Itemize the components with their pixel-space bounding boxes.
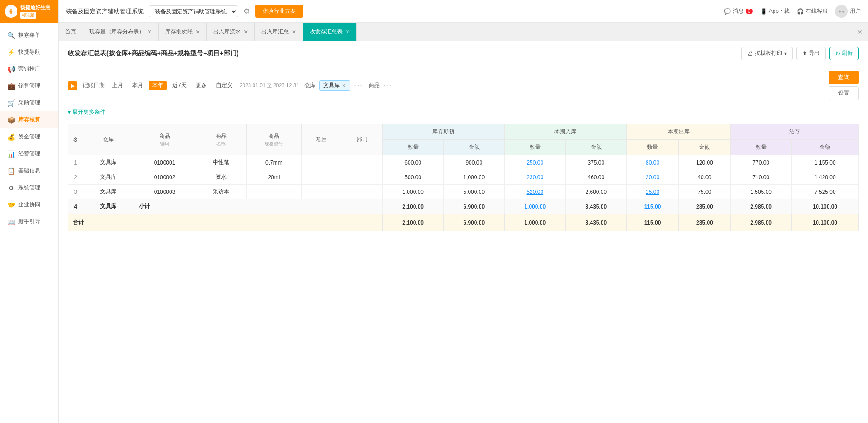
expand-conditions-button[interactable]: ▾ 展开更多条件 (68, 108, 105, 116)
sidebar-item-4[interactable]: 🛒采购管理 (0, 94, 58, 111)
row-in-amt: 460.00 (565, 170, 626, 185)
date-options: 上月 本月 本年 近7天 更多 自定义 (108, 81, 236, 90)
system-select[interactable]: 装备及固定资产辅助管理系统 (149, 5, 238, 17)
row-in-qty[interactable]: 520.00 (504, 185, 565, 199)
row-out-qty[interactable]: 15.00 (626, 185, 678, 199)
row-project (301, 170, 342, 185)
date-filter-group: 记账日期 上月 本月 本年 近7天 更多 自定义 2023-01-01 至 20… (83, 81, 299, 90)
col-balance-amt-header: 金额 (791, 140, 858, 155)
row-out-qty[interactable]: 80.00 (626, 155, 678, 170)
subtotal-warehouse: 文具库 (83, 199, 134, 214)
col-project-header: 项目 (301, 124, 342, 155)
subtotal-out-qty[interactable]: 115.00 (626, 199, 678, 214)
date-btn-more[interactable]: 更多 (192, 81, 210, 90)
goods-more-dots[interactable]: ··· (383, 82, 392, 90)
sidebar-label-7: 经营管理 (18, 150, 40, 158)
sidebar-item-9[interactable]: ⚙系统管理 (0, 179, 58, 196)
topbar-right: 💬 消息 6 📱 App下载 🎧 在线客服 Ea 用户 (724, 5, 861, 18)
col-out-amt-header: 金额 (679, 140, 730, 155)
sidebar-item-1[interactable]: ⚡快捷导航 (0, 44, 58, 60)
setting-button[interactable]: 设置 (829, 86, 859, 100)
subtotal-label: 小计 (134, 199, 382, 214)
tab-label-4: 出入库汇总 (261, 28, 289, 36)
sidebar-item-6[interactable]: 💰资金管理 (0, 128, 58, 145)
sidebar-item-11[interactable]: 📖新手引导 (0, 213, 58, 230)
user-item[interactable]: Ea 用户 (835, 5, 861, 18)
date-btn-7days[interactable]: 近7天 (169, 81, 190, 90)
row-balance-qty: 770.00 (730, 155, 791, 170)
row-goods-name: 采访本 (195, 185, 247, 199)
sidebar-item-3[interactable]: 💼销售管理 (0, 77, 58, 94)
row-balance-amt: 1,155.00 (791, 155, 858, 170)
tab-4[interactable]: 出入库汇总✕ (255, 23, 303, 41)
tab-close-5[interactable]: ✕ (345, 29, 350, 35)
page-title: 收发存汇总表(按仓库+商品编码+商品+规格型号+项目+部门) (68, 49, 238, 58)
subtotal-in-qty[interactable]: 1,000.00 (504, 199, 565, 214)
col-settings-header[interactable]: ⚙ (68, 124, 83, 155)
warehouse-more-dots[interactable]: ··· (354, 82, 363, 90)
mobile-icon: 📱 (760, 8, 767, 15)
try-industry-button[interactable]: 体验行业方案 (255, 5, 303, 18)
gear-icon[interactable]: ⚙ (243, 7, 250, 16)
sidebar-icon-6: 💰 (7, 133, 15, 141)
message-item[interactable]: 💬 消息 6 (724, 7, 753, 15)
sidebar-item-8[interactable]: 📋基础信息 (0, 162, 58, 179)
row-warehouse: 文具库 (83, 170, 134, 185)
row-in-qty[interactable]: 230.00 (504, 170, 565, 185)
sidebar-icon-2: 📢 (7, 66, 15, 73)
tabbar: 首页现存量（库存分布表）✕库存批次账✕出入库流水✕出入库汇总✕收发存汇总表✕✕ (59, 23, 868, 41)
row-department (342, 155, 382, 170)
col-opening-qty-header: 数量 (382, 140, 443, 155)
tab-close-3[interactable]: ✕ (243, 29, 248, 35)
goods-label: 商品 (369, 82, 380, 89)
sidebar-item-2[interactable]: 📢营销推广 (0, 60, 58, 77)
avatar: Ea (835, 5, 848, 18)
refresh-button[interactable]: ↻ 刷新 (829, 47, 859, 60)
tab-5[interactable]: 收发存汇总表✕ (303, 23, 357, 41)
filter-toggle-button[interactable]: ▶ (68, 81, 77, 90)
close-all-tabs-button[interactable]: ✕ (851, 28, 868, 36)
row-out-qty[interactable]: 20.00 (626, 170, 678, 185)
sidebar-icon-10: 🤝 (7, 201, 15, 209)
tab-close-2[interactable]: ✕ (195, 29, 200, 35)
message-icon: 💬 (724, 8, 731, 15)
tab-1[interactable]: 现存量（库存分布表）✕ (83, 23, 159, 41)
date-label: 记账日期 (83, 82, 105, 89)
chevron-down-icon: ▾ (68, 109, 71, 115)
app-download-item[interactable]: 📱 App下载 (760, 7, 790, 15)
date-btn-this-month[interactable]: 本月 (128, 81, 147, 90)
row-index: 1 (68, 155, 83, 170)
sidebar-item-0[interactable]: 🔍搜索菜单 (0, 27, 58, 44)
topbar-left: 装备及固定资产辅助管理系统 装备及固定资产辅助管理系统 ⚙ 体验行业方案 (66, 5, 303, 18)
sidebar-item-5[interactable]: 📦库存核算 (0, 111, 58, 128)
query-button[interactable]: 查询 (829, 71, 859, 84)
col-balance-qty-header: 数量 (730, 140, 791, 155)
system-title: 装备及固定资产辅助管理系统 (66, 7, 144, 16)
subtotal-balance-qty: 2,985.00 (730, 199, 791, 214)
tab-close-4[interactable]: ✕ (292, 29, 296, 35)
tab-2[interactable]: 库存批次账✕ (159, 23, 207, 41)
print-button[interactable]: 🖨 按模板打印 ▾ (741, 47, 793, 60)
row-in-qty[interactable]: 250.00 (504, 155, 565, 170)
sidebar-menu: 🔍搜索菜单⚡快捷导航📢营销推广💼销售管理🛒采购管理📦库存核算💰资金管理📊经营管理… (0, 23, 58, 234)
online-service-item[interactable]: 🎧 在线客服 (797, 7, 828, 15)
date-btn-custom[interactable]: 自定义 (212, 81, 236, 90)
sidebar-icon-3: 💼 (7, 82, 15, 90)
sidebar-item-7[interactable]: 📊经营管理 (0, 145, 58, 162)
date-btn-last-month[interactable]: 上月 (108, 81, 127, 90)
warehouse-tag-close[interactable]: ✕ (342, 82, 346, 89)
app-download-label: App下载 (769, 7, 790, 15)
row-in-amt: 2,600.00 (565, 185, 626, 199)
row-goods-name: 中性笔 (195, 155, 247, 170)
tab-close-1[interactable]: ✕ (147, 29, 152, 35)
export-button[interactable]: ⬆ 导出 (796, 47, 826, 60)
table-container: ⚙ 仓库 商品编码 商品名称 商品规格型号 项目 部门 库存期初 本期入库 本期… (59, 119, 868, 240)
tab-3[interactable]: 出入库流水✕ (207, 23, 255, 41)
row-goods-spec (247, 185, 302, 199)
tab-label-5: 收发存汇总表 (310, 28, 343, 36)
row-out-amt: 75.00 (679, 185, 730, 199)
tab-0[interactable]: 首页 (59, 23, 83, 41)
date-btn-this-year[interactable]: 本年 (149, 81, 167, 90)
tab-label-1: 现存量（库存分布表） (89, 28, 144, 36)
sidebar-item-10[interactable]: 🤝企业协同 (0, 196, 58, 213)
